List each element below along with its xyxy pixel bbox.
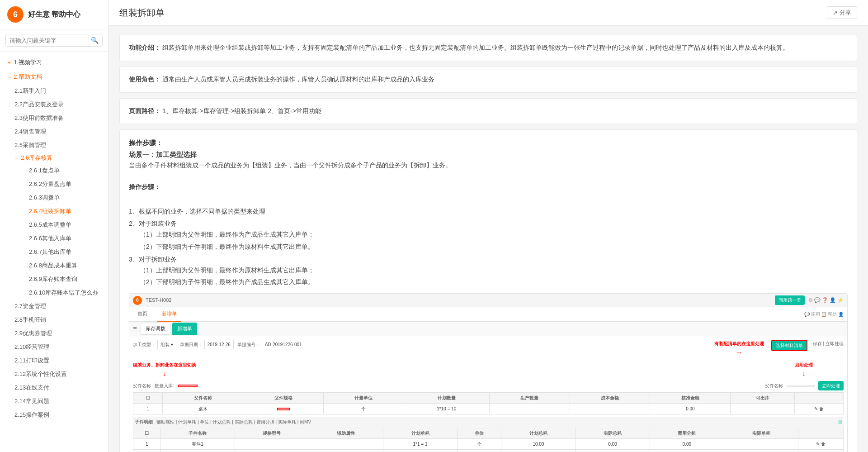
main-content: 组装拆卸单 ↗ 分享 功能介绍： 组装拆卸单用来处理企业组装或拆卸等加工业务，支… [108, 0, 868, 452]
sidebar-item-2-6-2[interactable]: 2.6.2分量盘点单 [29, 177, 108, 191]
sidebar-item-2-6-8[interactable]: 2.6.8商品成本重算 [29, 259, 108, 272]
child-row-2: 2 零件 2 1*1 = 1 个 30.00 80 0.00 0.00 [133, 450, 844, 452]
screenshot-tab-assembly: 新增单 [172, 323, 197, 335]
screenshot-navbar: 自页 新增单 💬 应用 📋 帮助 👤 [129, 307, 847, 322]
app-title: 好生意 帮助中心 [28, 10, 80, 19]
screenshot-type-label: 加工类型： [133, 341, 156, 348]
sidebar-item-1-label: 1.视频学习 [14, 58, 42, 67]
screenshot-sidebar-icons: ☰ [133, 325, 137, 333]
screenshot-top-btn: 同质题一天 [775, 295, 805, 305]
screenshot-form-date: 单据日期： 2019-12-26 [180, 340, 234, 349]
expand-icon-1: + [7, 59, 11, 66]
screenshot-btn-select-bom: 选择材料清单 [771, 340, 807, 351]
screenshot-child-table: ☐ 子件名称 规格型号 辅助属性 计划单耗 单位 计划总耗 实际总耗 费用分担 [133, 428, 844, 452]
step1: 1、根据不同的业务，选择不同单据的类型来处理 [129, 206, 848, 217]
path-block: 页面路径： 1、库存核算->库存管理->组装拆卸单 2、首页->常用功能 [119, 98, 857, 124]
scenario1-desc: 当由多个子件材料组装成一个成品的业务为【组装】业务，当由一个父件拆分成多个子产品… [129, 160, 848, 171]
expand-icon-2: − [7, 73, 11, 81]
sidebar-item-2-9[interactable]: 2.9优惠券管理 [14, 327, 108, 340]
screenshot-annotation2-row: 组装业务、拆卸业务在这里切换 ↓ 启用处理 ↓ [133, 361, 844, 380]
screenshot-parent-search-label: 父件名称 [765, 382, 783, 390]
sidebar-item-2-6-6[interactable]: 2.6.6其他入库单 [29, 232, 108, 245]
col-unit: 计量单位 [323, 393, 404, 404]
col-approved: 核准金额 [650, 393, 731, 404]
sidebar-sub-2: 2.1新手入门 2.2产品安装及登录 2.3使用前数据准备 2.4销售管理 2.… [0, 84, 108, 422]
step3-sub1: （1）上部明细为父件明细，最终作为原材料生成其它出库单； [140, 265, 848, 276]
sidebar-item-2-10[interactable]: 2.10经营管理 [14, 340, 108, 354]
sidebar-item-2-11[interactable]: 2.11打印设置 [14, 354, 108, 367]
share-icon: ↗ [833, 10, 838, 16]
screenshot-parent-label: 父件名称 [133, 382, 151, 390]
logo-area: 6 好生意 帮助中心 [0, 0, 108, 29]
screenshot-form-number: 单据编号： AD-20191226-001 [237, 340, 305, 349]
col-parent-name: 父件名称 [163, 393, 243, 404]
col-cost: 成本金额 [570, 393, 650, 404]
col-checkbox: ☐ [133, 393, 163, 404]
sidebar-item-2-6-9[interactable]: 2.6.9库存账本查询 [29, 272, 108, 286]
parent-row-1: 1 桌木 个 1*10 = 10 0.00 ✎ 🗑 [133, 404, 844, 414]
expand-icon-2-6: − [14, 154, 18, 162]
role-block: 使用角色： 通常由生产人员或库管人员完成拆装业务的操作，库管人员确认原材料的出库… [119, 67, 857, 93]
content-area: 功能介绍： 组装拆卸单用来处理企业组装或拆卸等加工业务，支持有固定装配清单的产品… [108, 26, 868, 452]
share-label: 分享 [840, 9, 851, 17]
step2-sub1: （1）上部明细为父件明细，最终作为产成品生成其它入库单； [140, 229, 848, 240]
intro-text: 组装拆卸单用来处理企业组装或拆卸等加工业务，支持有固定装配清单的产品加工业务，也… [162, 44, 789, 51]
sidebar-item-2-label: 2.帮助文档 [14, 73, 42, 81]
sidebar-item-2-6-7[interactable]: 2.6.7其他出库单 [29, 245, 108, 259]
sidebar-item-2-2[interactable]: 2.2产品安装及登录 [14, 98, 108, 111]
intro-block: 功能介绍： 组装拆卸单用来处理企业组装或拆卸等加工业务，支持有固定装配清单的产品… [119, 35, 857, 61]
sidebar-item-2-4[interactable]: 2.4销售管理 [14, 125, 108, 138]
step2-sub2: （2）下部明细为子件明细，最终作为原材料生成其它出库单。 [140, 242, 848, 252]
screenshot-logo: 6 [133, 296, 142, 305]
sidebar-item-1[interactable]: + 1.视频学习 [0, 55, 108, 70]
ops-block: 操作步骤： 场景一：加工类型选择 当由多个子件材料组装成一个成品的业务为【组装】… [119, 129, 857, 452]
sidebar-item-2-6-3[interactable]: 2.6.3调拨单 [29, 191, 108, 205]
sidebar-item-2-1[interactable]: 2.1新手入门 [14, 84, 108, 98]
screenshot-child-title: 子件明细 [135, 418, 153, 426]
sidebar-item-2[interactable]: − 2.帮助文档 2.1新手入门 2.2产品安装及登录 2.3使用前数据准备 2… [0, 70, 108, 422]
screenshot-parent-search-input [787, 385, 815, 387]
sidebar-item-2-6-4[interactable]: 2.6.4组装拆卸单 [29, 205, 108, 218]
screenshot-parent-table: ☐ 父件名称 父件规格 计量单位 计划数量 生产数量 成本金额 核准金额 可出库 [133, 392, 844, 414]
screenshot-annotation1: 有装配清单的在这里处理 → [714, 340, 764, 358]
screenshot-tab-transfer: 库存调拨 [141, 323, 170, 335]
screenshot-form-type: 加工类型： 组装 ▾ [133, 340, 176, 349]
screenshot-child-header: 子件明细 辅助属性 | 计划单耗 | 单位 | 计划总耗 | 实际总耗 | 费用… [133, 417, 844, 427]
col-parent-spec: 父件规格 [243, 393, 324, 404]
screenshot-nav-home: 自页 [133, 307, 152, 322]
sidebar-item-2-14[interactable]: 2.14常见问题 [14, 395, 108, 408]
sidebar-item-2-6-5[interactable]: 2.6.5成本调整单 [29, 218, 108, 232]
screenshot-date-value: 2019-12-26 [204, 340, 234, 349]
screenshot-nav-new: 新增单 [157, 307, 181, 322]
sidebar-item-2-6[interactable]: − 2.6库存核算 2.6.1盘点单 2.6.2分量盘点单 2.6.3调拨单 2… [14, 152, 108, 300]
sidebar-item-2-7[interactable]: 2.7资金管理 [14, 300, 108, 313]
search-icon[interactable]: 🔍 [91, 37, 99, 44]
search-box[interactable]: 🔍 [5, 34, 103, 47]
sidebar-item-2-6-10[interactable]: 2.6.10库存账本错了怎么办 [29, 286, 108, 300]
share-button[interactable]: ↗ 分享 [827, 6, 857, 19]
screenshot-number-value: AD-20191226-001 [262, 340, 305, 349]
screenshot-count-label: 数量入库: [155, 382, 174, 390]
sidebar-item-2-15[interactable]: 2.15操作案例 [14, 408, 108, 422]
page-title: 组装拆卸单 [119, 7, 165, 19]
col-plan-qty: 计划数量 [404, 393, 489, 404]
screenshot-nav-right: 💬 应用 📋 帮助 👤 [804, 310, 844, 318]
sidebar-item-2-6-label: 2.6库存核算 [21, 154, 52, 162]
screenshot-confirm-btn: 立即处理 [818, 381, 844, 390]
screenshot-topbar: 6 TEST-H002 同质题一天 ⚙ 💬 ❓ 👤 ⚡ [129, 294, 847, 307]
screenshot-type-value: 组装 ▾ [157, 340, 176, 349]
scenario1-title: 场景一：加工类型选择 [129, 149, 848, 161]
sidebar-item-2-8[interactable]: 2.8手机旺铺 [14, 313, 108, 327]
screenshot-btn-save: 保存 | 立即处理 [813, 340, 844, 347]
screenshot-child-expand: ⊞ [838, 418, 842, 426]
screenshot-form: 加工类型： 组装 ▾ 单据日期： 2019-12-26 单据编号： AD-201… [129, 336, 847, 452]
sidebar-item-2-5[interactable]: 2.5采购管理 [14, 138, 108, 152]
sidebar-item-2-13[interactable]: 2.13在线支付 [14, 381, 108, 395]
role-label: 使用角色： [129, 76, 160, 83]
sidebar-item-2-12[interactable]: 2.12系统个性化设置 [14, 367, 108, 381]
screenshot-date-label: 单据日期： [180, 341, 203, 348]
screenshot-system-id: TEST-H002 [146, 296, 171, 305]
sidebar-item-2-3[interactable]: 2.3使用前数据准备 [14, 111, 108, 125]
search-input[interactable] [9, 37, 91, 44]
sidebar-item-2-6-1[interactable]: 2.6.1盘点单 [29, 164, 108, 177]
